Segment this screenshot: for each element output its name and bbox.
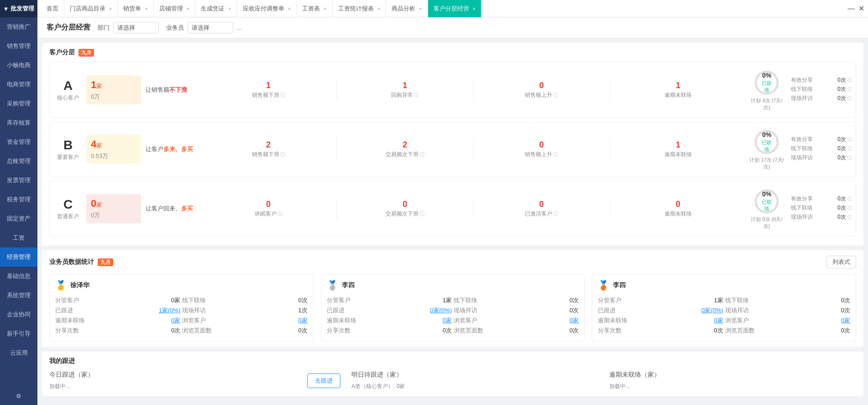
tier-count-C[interactable]: 0家 0万 bbox=[86, 194, 141, 223]
biz-stat-row: 逾期未联络0家 bbox=[327, 316, 452, 326]
biz-stat-row: 分管客户0家 bbox=[55, 295, 180, 305]
biz-stat-row: 浏览页面数0次 bbox=[454, 326, 579, 336]
tab-门店商品目录[interactable]: 门店商品目录× bbox=[64, 0, 118, 17]
stat-block[interactable]: 0休眠客户 ⓘ bbox=[200, 198, 337, 220]
biz-section-title: 业务员数据统计 九月 列表式 bbox=[49, 256, 856, 268]
biz-stat-row: 现场拜访0次 bbox=[725, 305, 850, 316]
tab-商品分析[interactable]: 商品分析× bbox=[386, 0, 428, 17]
tier-stats-A: 1销售额下滑 ⓘ1回购异常 ⓘ0销售额上升 ⓘ1逾期未联络 bbox=[200, 79, 746, 101]
biz-person-card: 🥈李四分管客户1家已跟进0家(0%)逾期未联络0家分享次数0次线下联络0次现场拜… bbox=[321, 274, 585, 342]
tab-销货单[interactable]: 销货单× bbox=[118, 0, 153, 17]
sidebar-item-库存核算[interactable]: 库存核算 bbox=[0, 113, 37, 132]
tab-close-icon-商品分析[interactable]: × bbox=[419, 6, 422, 11]
tier-count-B[interactable]: 4家 0.53万 bbox=[86, 135, 141, 164]
bottom-label: It } 315 bbox=[37, 400, 868, 405]
biz-stats-left: 分管客户1家已跟进0家(0%)逾期未联络0家分享次数0次 bbox=[598, 295, 723, 336]
sidebar-item-营销推广[interactable]: 营销推广 bbox=[0, 17, 37, 37]
stat-block[interactable]: 0交易频次下滑 ⓘ bbox=[337, 198, 473, 220]
stat-block[interactable]: 1销售额下滑 ⓘ bbox=[200, 79, 337, 101]
sidebar-item-税务管理[interactable]: 税务管理 bbox=[0, 190, 37, 209]
sidebar-item-工资[interactable]: 工资 bbox=[0, 228, 37, 247]
stat-block[interactable]: 2交易频次下滑 ⓘ bbox=[337, 138, 473, 160]
sidebar-item-销售管理[interactable]: 销售管理 bbox=[0, 37, 37, 56]
overdue-followup-title: 逾期未联络（家） bbox=[609, 371, 856, 379]
followup-section: 我的跟进 今日跟进（家） 加载中... 去跟进 明日待跟进（家） A类（核心客户… bbox=[42, 352, 863, 396]
list-view-button[interactable]: 列表式 bbox=[826, 256, 856, 268]
tier-label-B: B重要客户 bbox=[50, 138, 86, 161]
biz-stat-row: 已跟进1家(0%) bbox=[55, 305, 180, 316]
stat-block[interactable]: 0逾期未联络 bbox=[610, 198, 746, 220]
biz-select[interactable]: 请选择 bbox=[188, 22, 233, 33]
tab-工资表[interactable]: 工资表× bbox=[297, 0, 332, 17]
biz-person-card: 🥉李四分管客户1家已跟进0家(0%)逾期未联络0家分享次数0次线下联络0次现场拜… bbox=[592, 274, 856, 342]
filter-more[interactable]: ... bbox=[237, 24, 242, 31]
biz-stat-row: 线下联络0次 bbox=[454, 295, 579, 305]
biz-stats-grid: 分管客户1家已跟进0家(0%)逾期未联络0家分享次数0次线下联络0次现场拜访0次… bbox=[598, 295, 850, 336]
sidebar-item-云应用[interactable]: 云应用 bbox=[0, 343, 37, 363]
sidebar-item-新手引导[interactable]: 新手引导 bbox=[0, 324, 37, 343]
stat-block[interactable]: 2销售额下滑 ⓘ bbox=[200, 138, 337, 160]
dept-label: 部门 bbox=[98, 24, 110, 32]
sidebar-item-企业协同[interactable]: 企业协同 bbox=[0, 305, 37, 324]
overdue-followup: 逾期未联络（家） 加载中... bbox=[609, 371, 856, 390]
tab-close-icon-店铺管理[interactable]: × bbox=[187, 6, 189, 11]
biz-stats-left: 分管客户1家已跟进0家(0%)逾期未联络0家分享次数0次 bbox=[327, 295, 452, 336]
biz-person-name: 🥈李四 bbox=[327, 280, 579, 291]
tab-应收应付调整单[interactable]: 应收应付调整单× bbox=[237, 0, 297, 17]
tab-action-minimize[interactable]: — bbox=[847, 5, 855, 13]
sidebar-item-资金管理[interactable]: 资金管理 bbox=[0, 132, 37, 152]
sidebar-item-小畅电商[interactable]: 小畅电商 bbox=[0, 56, 37, 75]
stat-block[interactable]: 1回购异常 ⓘ bbox=[337, 79, 473, 101]
sidebar-item-基础信息[interactable]: 基础信息 bbox=[0, 267, 37, 286]
stat-block[interactable]: 0销售额上升 ⓘ bbox=[474, 79, 610, 101]
sidebar-top-label[interactable]: ▼ 批发管理 bbox=[0, 0, 37, 17]
stat-block[interactable]: 0销售额上升 ⓘ bbox=[474, 138, 610, 160]
biz-stat-row: 分享次数0次 bbox=[55, 326, 180, 336]
tab-工资统计报表[interactable]: 工资统计报表× bbox=[333, 0, 386, 17]
tier-count-A[interactable]: 1家 0万 bbox=[86, 75, 141, 105]
tier-action-B: 让客户多来、多买 bbox=[141, 145, 200, 153]
biz-stat-row: 分享次数0次 bbox=[327, 326, 452, 336]
main-area: 首页门店商品目录×销货单×店铺管理×生成凭证×应收应付调整单×工资表×工资统计报… bbox=[37, 0, 868, 405]
today-followup: 今日跟进（家） 加载中... bbox=[49, 371, 296, 390]
tab-客户分层经营[interactable]: 客户分层经营× bbox=[428, 0, 481, 17]
content-area: 客户分层 九月 A核心客户 1家 0万 让销售额不下滑1销售额下滑 ⓘ1回购异常… bbox=[37, 38, 868, 405]
biz-stat-row: 分管客户1家 bbox=[327, 295, 452, 305]
tab-close-icon-门店商品目录[interactable]: × bbox=[109, 6, 112, 11]
medal-icon: 🥇 bbox=[55, 280, 67, 291]
sidebar-item-系统管理[interactable]: 系统管理 bbox=[0, 286, 37, 305]
sidebar-item-总账管理[interactable]: 总账管理 bbox=[0, 152, 37, 171]
sidebar-item-电商管理[interactable]: 电商管理 bbox=[0, 75, 37, 94]
biz-stat-row: 浏览客户0家 bbox=[182, 316, 307, 326]
tier-action-C: 让客户回来、多买 bbox=[141, 205, 200, 213]
tab-action-close[interactable]: ✕ bbox=[858, 4, 864, 13]
tab-生成凭证[interactable]: 生成凭证× bbox=[195, 0, 237, 17]
goto-followup-button[interactable]: 去跟进 bbox=[307, 373, 340, 388]
sidebar: ▼ 批发管理 营销推广销售管理小畅电商电商管理采购管理库存核算资金管理总账管理发… bbox=[0, 0, 37, 405]
sidebar-item-采购管理[interactable]: 采购管理 bbox=[0, 94, 37, 113]
tab-首页[interactable]: 首页 bbox=[41, 0, 64, 17]
stat-block[interactable]: 0已激活客户 ⓘ bbox=[474, 198, 610, 220]
biz-month-badge: 九月 bbox=[98, 258, 113, 266]
biz-stats-right: 线下联络0次现场拜访1次浏览客户0家浏览页面数0次 bbox=[182, 295, 307, 336]
sidebar-item-固定资产[interactable]: 固定资产 bbox=[0, 209, 37, 228]
customer-section: 客户分层 九月 A核心客户 1家 0万 让销售额不下滑1销售额下滑 ⓘ1回购异常… bbox=[42, 43, 863, 246]
tab-close-icon-销货单[interactable]: × bbox=[145, 6, 147, 11]
tier-row-A: A核心客户 1家 0万 让销售额不下滑1销售额下滑 ⓘ1回购异常 ⓘ0销售额上升… bbox=[49, 62, 856, 118]
stat-block[interactable]: 1逾期未联络 bbox=[610, 79, 746, 101]
tab-close-icon-工资表[interactable]: × bbox=[324, 6, 326, 11]
customer-section-title: 客户分层 九月 bbox=[49, 48, 856, 57]
tab-close-icon-客户分层经营[interactable]: × bbox=[473, 6, 476, 11]
tab-close-icon-生成凭证[interactable]: × bbox=[228, 6, 231, 11]
stat-block[interactable]: 1逾期未联络 bbox=[610, 138, 746, 160]
sidebar-item-发票管理[interactable]: 发票管理 bbox=[0, 171, 37, 190]
sidebar-item-经营管理[interactable]: 经营管理 bbox=[0, 247, 37, 267]
tab-店铺管理[interactable]: 店铺管理× bbox=[154, 0, 195, 17]
dept-select[interactable]: 请选择 bbox=[113, 22, 159, 33]
tab-close-icon-应收应付调整单[interactable]: × bbox=[288, 6, 291, 11]
biz-stat-row: 现场拜访1次 bbox=[182, 305, 307, 316]
tier-row-B: B重要客户 4家 0.53万 让客户多来、多买2销售额下滑 ⓘ2交易频次下滑 ⓘ… bbox=[49, 121, 856, 177]
tab-close-icon-工资统计报表[interactable]: × bbox=[377, 6, 380, 11]
followup-title: 我的跟进 bbox=[49, 357, 856, 365]
sidebar-settings[interactable]: ⚙ bbox=[0, 387, 37, 405]
